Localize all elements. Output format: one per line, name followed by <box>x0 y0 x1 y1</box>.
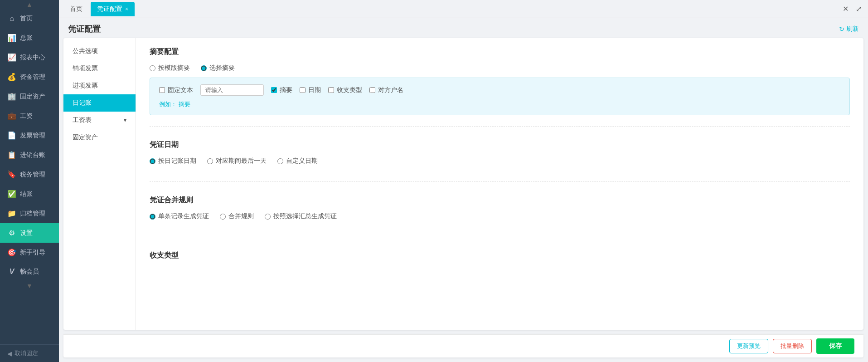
guide-icon: 🎯 <box>7 248 16 257</box>
sidebar-item-salary[interactable]: 💼 工资 <box>0 106 59 126</box>
summary-label: 摘要 <box>280 86 292 94</box>
settlement-icon: ✅ <box>7 190 16 198</box>
sidebar-item-sales[interactable]: 📋 进销台账 <box>0 145 59 165</box>
merge-rule-title: 凭证合并规则 <box>150 196 850 205</box>
tab-close-icon[interactable]: × <box>125 6 128 12</box>
sidebar-label-invoice: 发票管理 <box>20 132 52 140</box>
example-value: 摘要 <box>179 101 190 108</box>
sidebar-label-archive: 归档管理 <box>20 210 52 218</box>
summary-radio-select[interactable]: 选择摘要 <box>201 64 235 72</box>
sidebar-label-home: 首页 <box>20 15 52 23</box>
date-checkbox[interactable] <box>300 87 305 93</box>
date-radio-due-last[interactable]: 对应期间最后一天 <box>207 157 267 165</box>
window-close-icon[interactable]: ✕ <box>841 3 850 15</box>
income-type-label: 收支类型 <box>337 86 362 94</box>
merge-label: 合并规则 <box>228 212 254 220</box>
income-type-title: 收支类型 <box>150 251 850 260</box>
merge-radio[interactable] <box>220 214 226 220</box>
sidebar-item-reports[interactable]: 📈 报表中心 <box>0 48 59 67</box>
reports-icon: 📈 <box>7 53 16 62</box>
voucher-date-title: 凭证日期 <box>150 140 850 150</box>
left-nav-public[interactable]: 公共选项 <box>63 43 136 60</box>
sidebar-item-assets[interactable]: 🏢 固定资产 <box>0 87 59 106</box>
sidebar-label-reports: 报表中心 <box>20 54 52 62</box>
select-merge-radio[interactable] <box>265 214 271 220</box>
checkbox-income-type[interactable]: 收支类型 <box>328 86 362 94</box>
single-label: 单条记录生成凭证 <box>158 212 209 220</box>
merge-radio-select-merge[interactable]: 按照选择汇总生成凭证 <box>265 212 337 220</box>
sidebar-label-guide: 新手引导 <box>20 249 52 257</box>
sidebar-item-guide[interactable]: 🎯 新手引导 <box>0 243 59 262</box>
counterparty-checkbox[interactable] <box>369 87 375 93</box>
left-nav-fixed-assets-label: 固定资产 <box>73 133 98 142</box>
invoice-icon: 📄 <box>7 131 16 140</box>
merge-radio-single[interactable]: 单条记录生成凭证 <box>150 212 209 220</box>
sidebar-item-vip[interactable]: V 畅会员 <box>0 262 59 281</box>
date-radio-journal[interactable]: 按日记账日期 <box>150 157 196 165</box>
sidebar-item-settlement[interactable]: ✅ 结账 <box>0 184 59 204</box>
sidebar-label-settlement: 结账 <box>20 190 52 198</box>
sidebar-label-vip: 畅会员 <box>20 268 52 276</box>
checkbox-counterparty[interactable]: 对方户名 <box>369 86 403 94</box>
sidebar-item-invoice[interactable]: 📄 发票管理 <box>0 126 59 145</box>
due-last-radio[interactable] <box>207 158 213 164</box>
summary-template-radio[interactable] <box>150 65 155 71</box>
checkbox-summary[interactable]: 摘要 <box>271 86 292 94</box>
page-title: 凭证配置 <box>68 24 101 34</box>
left-nav-journal[interactable]: 日记账 <box>63 94 136 112</box>
save-button[interactable]: 保存 <box>816 338 854 354</box>
checkbox-fixed-text[interactable]: 固定文本 <box>159 86 193 94</box>
summary-select-radio[interactable] <box>201 65 207 71</box>
left-nav-public-label: 公共选项 <box>73 47 98 55</box>
tab-voucher-config[interactable]: 凭证配置 × <box>91 2 135 16</box>
tab-voucher-config-label: 凭证配置 <box>97 5 122 13</box>
settings-icon: ⚙ <box>7 229 16 237</box>
checkbox-date[interactable]: 日期 <box>300 86 321 94</box>
refresh-button[interactable]: ↻ 刷新 <box>839 25 859 33</box>
right-content: 摘要配置 按模版摘要 选择摘要 固定文本 <box>136 38 863 330</box>
sidebar-item-settings[interactable]: ⚙ 设置 <box>0 223 59 243</box>
batch-delete-button[interactable]: 批量删除 <box>773 339 812 353</box>
unpin-icon: ◀ <box>7 350 12 357</box>
custom-date-radio[interactable] <box>277 158 283 164</box>
summary-checkbox[interactable] <box>271 87 277 93</box>
fixed-text-input[interactable] <box>200 84 264 96</box>
sidebar-item-ledger[interactable]: 📊 总账 <box>0 28 59 48</box>
update-preview-button[interactable]: 更新预览 <box>729 339 768 353</box>
sidebar-item-funds[interactable]: 💰 资金管理 <box>0 67 59 87</box>
sidebar-label-tax: 税务管理 <box>20 171 52 179</box>
page-header: 凭证配置 ↻ 刷新 <box>59 18 868 38</box>
left-nav-fixed-assets[interactable]: 固定资产 <box>63 129 136 146</box>
date-radio-custom[interactable]: 自定义日期 <box>277 157 318 165</box>
sidebar-item-tax[interactable]: 🔖 税务管理 <box>0 165 59 184</box>
sidebar-label-funds: 资金管理 <box>20 73 52 81</box>
tax-icon: 🔖 <box>7 170 16 179</box>
income-type-checkbox[interactable] <box>328 87 334 93</box>
sidebar-label-assets: 固定资产 <box>20 93 52 101</box>
merge-radio-merge[interactable]: 合并规则 <box>220 212 254 220</box>
summary-select-label: 选择摘要 <box>209 64 235 72</box>
sales-icon: 📋 <box>7 151 16 159</box>
left-nav-payroll[interactable]: 工资表 ▾ <box>63 112 136 129</box>
sidebar-unpin[interactable]: ◀ 取消固定 <box>0 344 59 362</box>
left-nav-journal-label: 日记账 <box>73 99 92 107</box>
journal-date-label: 按日记账日期 <box>158 157 196 165</box>
window-resize-icon[interactable]: ⤢ <box>854 3 863 15</box>
sidebar-item-home[interactable]: ⌂ 首页 <box>0 9 59 28</box>
date-label: 日期 <box>308 86 321 94</box>
fixed-text-checkbox[interactable] <box>159 87 165 93</box>
tab-bar-actions: ✕ ⤢ <box>841 3 863 15</box>
tab-home[interactable]: 首页 <box>63 2 89 16</box>
journal-date-radio[interactable] <box>150 158 155 164</box>
sidebar-scroll-down[interactable]: ▼ <box>0 281 59 290</box>
sidebar-nav: ⌂ 首页 📊 总账 📈 报表中心 💰 资金管理 🏢 固定资产 💼 工资 📄 发票… <box>0 9 59 281</box>
sidebar-item-archive[interactable]: 📁 归档管理 <box>0 204 59 223</box>
summary-title: 摘要配置 <box>150 47 850 57</box>
select-merge-label: 按照选择汇总生成凭证 <box>273 212 337 220</box>
left-nav-purchase-invoice[interactable]: 进项发票 <box>63 77 136 94</box>
left-nav-sales-invoice[interactable]: 销项发票 <box>63 60 136 77</box>
sidebar-scroll-up[interactable]: ▲ <box>0 0 59 9</box>
single-radio[interactable] <box>150 214 155 220</box>
expand-icon: ▾ <box>124 117 126 123</box>
summary-radio-template[interactable]: 按模版摘要 <box>150 64 190 72</box>
